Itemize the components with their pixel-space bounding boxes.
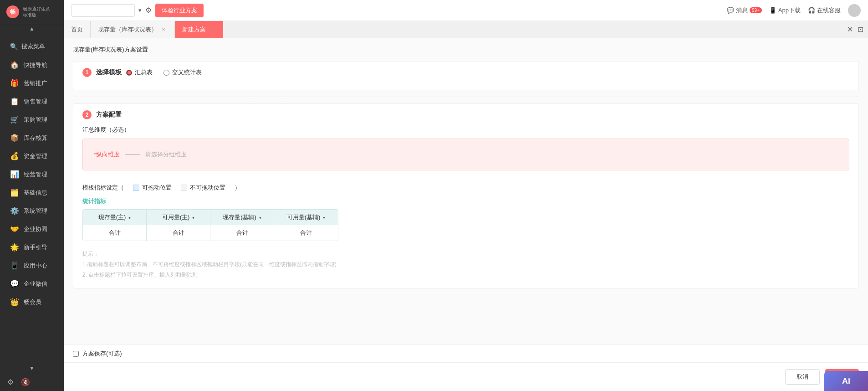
tab-inventory[interactable]: 现存量（库存状况表） × [91, 21, 175, 38]
sidebar-nav: 🔍 搜索菜单 🏠 快捷导航 🎁 营销推广 📋 销售管理 🛒 采购管理 📦 库存核… [0, 33, 64, 364]
home-icon: 🏠 [10, 61, 19, 69]
sidebar-item-promo[interactable]: 🎁 营销推广 [3, 74, 61, 92]
sidebar-item-label: 企业协同 [24, 225, 47, 233]
page-title: 现存量(库存状况表)方案设置 [73, 46, 859, 54]
tab-inventory-close[interactable]: × [160, 26, 167, 33]
dimension-config-area[interactable]: *纵向维度 —— 请选择分组维度 [82, 139, 849, 170]
metrics-header: 模板指标设定（ 可拖动位置 不可拖动位置 ） [82, 184, 849, 192]
scroll-up-btn[interactable]: ▲ [29, 26, 35, 32]
col-header-0[interactable]: 现存量(主) ▾ [83, 210, 147, 225]
topbar: ▾ ⚙ 体验行业方案 💬 消息 99+ 📱 App下载 🎧 在线客服 [64, 0, 868, 21]
sidebar-item-apps[interactable]: 📱 应用中心 [3, 257, 61, 274]
col-body-0: 合计 [83, 225, 147, 241]
main-area: ▾ ⚙ 体验行业方案 💬 消息 99+ 📱 App下载 🎧 在线客服 首页 [64, 0, 868, 391]
search-icon: 🔍 [10, 43, 18, 50]
dim-arrow: —— [125, 150, 140, 159]
sidebar-search[interactable]: 🔍 搜索菜单 [3, 39, 61, 54]
sidebar-item-label: 企业微信 [24, 280, 47, 288]
sidebar-item-mgmt[interactable]: 📊 经营管理 [3, 165, 61, 183]
logo-text: 畅康通好生意 标准版 [23, 6, 50, 18]
step2-label: 方案配置 [96, 111, 122, 119]
non-draggable-toggle: 不可拖动位置 [181, 184, 225, 192]
sidebar-item-inventory[interactable]: 📦 库存核算 [3, 129, 61, 147]
sidebar-item-finance[interactable]: 💰 资金管理 [3, 147, 61, 165]
draggable-toggle: 可拖动位置 [133, 184, 172, 192]
tab-expand-icon[interactable]: ⊡ [858, 25, 863, 34]
col-header-2[interactable]: 现存量(基辅) ▾ [210, 210, 274, 225]
tab-new-close[interactable]: × [209, 26, 216, 33]
message-btn[interactable]: 💬 消息 99+ [727, 6, 762, 15]
settings-footer-btn[interactable]: ⚙ [7, 378, 14, 386]
sidebar-item-nav[interactable]: 🏠 快捷导航 [3, 56, 61, 74]
topbar-left: ▾ ⚙ 体验行业方案 [71, 4, 204, 17]
content-area: 现存量(库存状况表)方案设置 1 选择模板 汇总表 交叉统计表 [64, 38, 868, 345]
col-chevron-3: ▾ [323, 215, 325, 220]
clipboard-icon: 📋 [10, 97, 19, 106]
dropdown-button[interactable]: ▾ [138, 7, 142, 14]
draggable-box [133, 185, 139, 191]
search-input[interactable] [71, 4, 135, 17]
sidebar-item-basic[interactable]: 🗂️ 基础信息 [3, 184, 61, 201]
logo-icon: 畅 [6, 5, 19, 18]
sidebar: 畅 畅康通好生意 标准版 ▲ 🔍 搜索菜单 🏠 快捷导航 🎁 营销推广 📋 销售… [0, 0, 64, 391]
col-body-3: 合计 [274, 225, 338, 241]
handshake-icon: 🤝 [10, 225, 19, 233]
sidebar-item-member[interactable]: 👑 畅会员 [3, 293, 61, 311]
topbar-gear-icon[interactable]: ⚙ [145, 6, 152, 15]
sidebar-item-newguide[interactable]: 🌟 新手引导 [3, 238, 61, 256]
dim-placeholder: 请选择分组维度 [145, 150, 187, 159]
money-icon: 💰 [10, 152, 19, 160]
message-badge: 99+ [750, 7, 762, 13]
gear-icon: ⚙️ [10, 206, 19, 215]
tab-new[interactable]: 新建方案 × [175, 21, 223, 38]
step1-number: 1 [82, 68, 92, 77]
sidebar-item-purchase[interactable]: 🛒 采购管理 [3, 111, 61, 129]
chevron-down-icon: ▾ [138, 7, 142, 14]
ai-float-button[interactable]: Ai [824, 371, 868, 391]
dimension-label: 汇总维度（必选） [82, 126, 849, 134]
chart-icon: 📊 [10, 170, 19, 179]
stats-label: 统计指标 [82, 197, 849, 206]
topbar-right: 💬 消息 99+ 📱 App下载 🎧 在线客服 [727, 4, 861, 17]
message-icon: 💬 [727, 7, 734, 14]
sidebar-item-sales[interactable]: 📋 销售管理 [3, 93, 61, 110]
sidebar-footer: ⚙ 🔇 [0, 373, 64, 391]
step2-header: 2 方案配置 [82, 110, 849, 119]
sidebar-item-label: 搜索菜单 [21, 42, 45, 51]
tab-close-icon[interactable]: ✕ [847, 25, 853, 34]
sound-footer-btn[interactable]: 🔇 [21, 378, 30, 386]
metrics-table-header: 现存量(主) ▾ 可用量(主) ▾ 现存量(基辅) ▾ 可用量(基辅) ▾ [83, 210, 338, 225]
chat-icon: 💬 [10, 279, 19, 288]
cancel-button[interactable]: 取消 [785, 369, 820, 385]
col-header-1[interactable]: 可用量(主) ▾ [147, 210, 210, 225]
sidebar-item-label: 营销推广 [24, 79, 47, 87]
scroll-down-btn[interactable]: ▼ [29, 365, 35, 371]
sidebar-logo: 畅 畅康通好生意 标准版 [0, 0, 64, 24]
sidebar-item-label: 销售管理 [24, 98, 47, 106]
radio-cross[interactable]: 交叉统计表 [163, 68, 202, 77]
sidebar-item-label: 系统管理 [24, 207, 47, 215]
app-download-btn[interactable]: 📱 App下载 [769, 6, 801, 15]
tab-home[interactable]: 首页 [64, 21, 91, 38]
template-radio-group: 汇总表 交叉统计表 [126, 68, 202, 77]
user-avatar[interactable] [848, 4, 861, 17]
sidebar-item-label: 应用中心 [24, 262, 47, 270]
step1-label: 选择模板 [96, 68, 122, 77]
cart-icon: 🛒 [10, 115, 19, 124]
footer-bar: 方案保存(可选) [64, 345, 868, 362]
col-body-2: 合计 [210, 225, 274, 241]
save-checkbox[interactable] [73, 351, 79, 357]
col-chevron-2: ▾ [259, 215, 261, 220]
sidebar-item-coop[interactable]: 🤝 企业协同 [3, 220, 61, 238]
col-header-3[interactable]: 可用量(基辅) ▾ [274, 210, 338, 225]
box-icon: 📦 [10, 134, 19, 142]
tips-title: 提示： [82, 250, 849, 258]
trial-btn[interactable]: 体验行业方案 [155, 4, 204, 17]
sidebar-item-label: 基础信息 [24, 189, 47, 197]
sidebar-item-system[interactable]: ⚙️ 系统管理 [3, 202, 61, 220]
radio-summary[interactable]: 汇总表 [126, 68, 153, 77]
sidebar-item-wechat[interactable]: 💬 企业微信 [3, 275, 61, 293]
app-download-icon: 📱 [769, 7, 776, 14]
customer-service-btn[interactable]: 🎧 在线客服 [808, 6, 841, 15]
crown-icon: 👑 [10, 298, 19, 306]
